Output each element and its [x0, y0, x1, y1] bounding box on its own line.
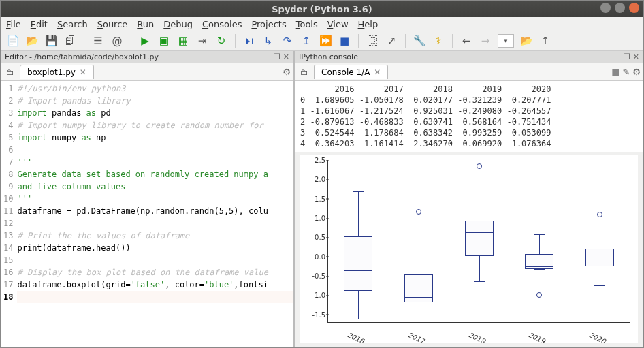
new-file-icon[interactable]: 📄	[6, 34, 20, 48]
menu-projects[interactable]: Projects	[251, 19, 286, 29]
box-2018	[465, 160, 494, 322]
code-line[interactable]	[17, 144, 293, 156]
code-line[interactable]: dataframe = pd.DataFrame(np.random.randn…	[17, 205, 293, 217]
close-tab-icon[interactable]: ✕	[80, 67, 86, 77]
outlier	[477, 163, 482, 169]
close-button[interactable]	[629, 3, 639, 13]
browse-consoles-icon[interactable]: 🗀	[297, 65, 311, 79]
console-pane-title: IPython console ❐ ✕	[295, 51, 643, 63]
menu-consoles[interactable]: Consoles	[202, 19, 242, 29]
boxplot-chart: -1.5-1.0-0.50.00.51.01.52.02.52016201720…	[300, 155, 638, 343]
run-selection-icon[interactable]: ⇥	[195, 34, 209, 48]
editor-path: Editor - /home/fahmida/code/boxplot1.py	[5, 52, 159, 61]
maximize-pane-icon[interactable]: ⿴	[366, 34, 379, 48]
console-output[interactable]: 2016 2017 2018 2019 2020 0 1.689605 -1.0…	[295, 81, 643, 152]
y-tick: -1.0	[305, 291, 325, 299]
code-line[interactable]: Generate data set based on randomly crea…	[17, 168, 293, 180]
code-line[interactable]: # Import numpy library to create random …	[17, 119, 293, 131]
code-line[interactable]: and five column values	[17, 180, 293, 193]
browse-tabs-icon[interactable]: 🗀	[3, 65, 17, 79]
y-tick: 0.0	[305, 253, 325, 260]
debug-step-icon[interactable]: ⏯	[242, 34, 256, 48]
code-line[interactable]	[17, 217, 293, 230]
save-icon[interactable]: 💾	[44, 34, 58, 48]
menubar: FileEditSearchSourceRunDebugConsolesProj…	[1, 17, 643, 31]
code-line[interactable]: import numpy as np	[17, 131, 293, 144]
pane-close-icon[interactable]: ✕	[633, 52, 639, 61]
debug-continue-icon[interactable]: ⏩	[319, 34, 332, 48]
box-2016	[344, 160, 372, 322]
code-editor[interactable]: 123456789101112131415161718 #!/usr/bin/e…	[1, 81, 293, 347]
clear-console-icon[interactable]: ✎	[622, 67, 630, 77]
code-line[interactable]	[17, 254, 293, 266]
minimize-button[interactable]	[600, 3, 611, 13]
menu-run[interactable]: Run	[137, 19, 154, 29]
menu-search[interactable]: Search	[57, 19, 88, 29]
preferences-icon[interactable]: 🔧	[413, 34, 426, 48]
run-cell-icon[interactable]: ▣	[157, 34, 171, 48]
code-line[interactable]: import pandas as pd	[17, 107, 293, 119]
run-cell-advance-icon[interactable]: ▦	[176, 34, 190, 48]
maximize-button[interactable]	[615, 3, 625, 13]
menu-edit[interactable]: Edit	[31, 19, 48, 29]
pane-undock-icon[interactable]: ❐	[274, 52, 280, 61]
console-title-text: IPython console	[299, 52, 358, 61]
menu-help[interactable]: Help	[358, 19, 379, 29]
y-tick: 2.5	[305, 157, 325, 164]
code-line[interactable]: # Import pandas library	[17, 95, 293, 107]
pane-close-icon[interactable]: ✕	[283, 52, 289, 61]
menu-view[interactable]: View	[327, 19, 349, 29]
cwd-dropdown[interactable]: ▾	[498, 34, 514, 48]
code-line[interactable]: '''	[17, 156, 293, 168]
window-title: Spyder (Python 3.6)	[272, 4, 372, 14]
console-options-icon[interactable]: ⚙	[632, 67, 641, 77]
box-2020	[585, 160, 614, 322]
editor-tab-label: boxplot1.py	[27, 67, 76, 77]
menu-file[interactable]: File	[6, 19, 21, 29]
editor-tab[interactable]: boxplot1.py ✕	[20, 65, 94, 79]
x-tick: 2018	[467, 331, 486, 345]
console-tab[interactable]: Console 1/A ✕	[314, 65, 388, 79]
box-2019	[525, 160, 553, 322]
y-tick: 1.5	[305, 195, 325, 202]
back-icon[interactable]: ←	[460, 34, 473, 48]
at-icon[interactable]: @	[110, 34, 124, 48]
code-line[interactable]: # Print the the values of dataframe	[17, 230, 293, 242]
browse-cwd-icon[interactable]: 📂	[519, 34, 533, 48]
debug-over-icon[interactable]: ↷	[280, 34, 294, 48]
rerun-icon[interactable]: ↻	[214, 34, 228, 48]
fullscreen-icon[interactable]: ⤢	[385, 34, 398, 48]
debug-out-icon[interactable]: ↥	[300, 34, 313, 48]
outlier	[536, 292, 542, 298]
editor-tabsbar: 🗀 boxplot1.py ✕ ⚙	[1, 63, 293, 81]
run-icon[interactable]: ▶	[138, 34, 152, 48]
menu-source[interactable]: Source	[97, 19, 128, 29]
code-line[interactable]: #!/usr/bin/env python3	[17, 82, 293, 95]
menu-tools[interactable]: Tools	[296, 19, 318, 29]
forward-icon[interactable]: →	[479, 34, 492, 48]
outlier	[597, 212, 602, 217]
stop-kernel-icon[interactable]: ■	[611, 67, 619, 77]
list-icon[interactable]: ☰	[91, 34, 105, 48]
y-tick: 2.0	[305, 176, 325, 183]
python-path-icon[interactable]: ⚕	[432, 34, 445, 48]
debug-stop-icon[interactable]: ■	[338, 34, 351, 48]
code-line[interactable]: dataframe.boxplot(grid='false', color='b…	[17, 279, 293, 291]
x-tick: 2016	[347, 331, 366, 345]
close-console-icon[interactable]: ✕	[374, 67, 381, 77]
code-line[interactable]: print(dataframe.head())	[17, 242, 293, 254]
save-all-icon[interactable]: 🗐	[63, 34, 77, 48]
code-line[interactable]: '''	[17, 193, 293, 205]
y-tick: -0.5	[305, 272, 325, 280]
menu-debug[interactable]: Debug	[163, 19, 193, 29]
code-line[interactable]: # Display the box plot based on the data…	[17, 266, 293, 279]
parent-dir-icon[interactable]: ↑	[538, 34, 552, 48]
box-2017	[404, 160, 433, 322]
pane-undock-icon[interactable]: ❐	[624, 52, 630, 61]
editor-options-icon[interactable]: ⚙	[283, 67, 291, 77]
console-tab-label: Console 1/A	[321, 67, 370, 77]
code-line[interactable]	[17, 291, 293, 303]
open-file-icon[interactable]: 📂	[25, 34, 39, 48]
debug-into-icon[interactable]: ↳	[261, 34, 275, 48]
x-tick: 2017	[407, 331, 426, 345]
